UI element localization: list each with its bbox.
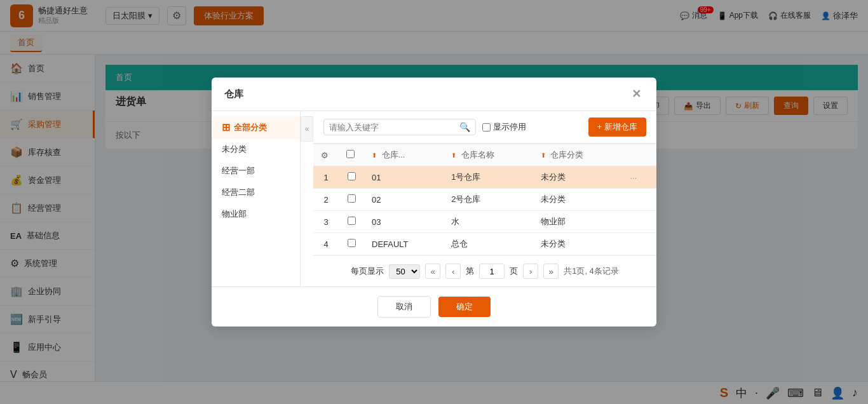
cancel-button[interactable]: 取消 — [377, 296, 431, 318]
row-num: 4 — [313, 233, 339, 255]
show-disabled-label: 显示停用 — [493, 121, 526, 133]
prev-page-button[interactable]: ‹ — [445, 264, 461, 279]
row-action — [622, 189, 656, 211]
row-num: 1 — [313, 166, 339, 189]
row-checkbox-cell — [339, 211, 364, 233]
table-toolbar: 🔍 显示停用 + 新增仓库 — [313, 111, 656, 144]
col-header-actions — [622, 144, 656, 166]
modal-footer: 取消 确定 — [212, 286, 656, 327]
new-warehouse-button[interactable]: + 新增仓库 — [588, 118, 646, 137]
col-header-name: ⬆ 仓库名称 — [444, 144, 533, 166]
category-collapse-button[interactable]: « — [301, 116, 313, 142]
table-area: 🔍 显示停用 + 新增仓库 ⚙ — [313, 111, 656, 286]
page-size-select[interactable]: 50 — [389, 264, 420, 279]
row-num: 2 — [313, 189, 339, 211]
col-header-checkbox — [339, 144, 364, 166]
show-disabled-checkbox[interactable] — [482, 123, 491, 131]
row-action — [622, 211, 656, 233]
table-row[interactable]: 1 01 1号仓库 未分类 ··· — [313, 166, 656, 189]
page-info: 共1页, 4条记录 — [564, 266, 619, 277]
row-checkbox-cell — [339, 189, 364, 211]
row-checkbox[interactable] — [348, 172, 356, 180]
table-row[interactable]: 4 DEFAULT 总仓 未分类 — [313, 233, 656, 255]
row-checkbox[interactable] — [348, 217, 356, 225]
row-code: 01 — [364, 166, 444, 189]
warehouse-table: ⚙ ⬆ 仓库... ⬆ 仓库名称 — [313, 144, 656, 255]
category-all[interactable]: ⊞ 全部分类 — [212, 116, 300, 138]
pagination: 每页显示 50 « ‹ 第 页 › » 共1页, 4条记录 — [313, 255, 656, 286]
row-category: 未分类 — [533, 233, 623, 255]
warehouse-modal: 仓库 ✕ ⊞ 全部分类 未分类 经营一部 经营二部 — [212, 77, 656, 327]
modal-close-button[interactable]: ✕ — [628, 86, 644, 102]
row-code: 03 — [364, 211, 444, 233]
row-action — [622, 233, 656, 255]
table-row[interactable]: 2 02 2号仓库 未分类 — [313, 189, 656, 211]
search-input[interactable] — [329, 123, 459, 132]
col-header-category: ⬆ 仓库分类 — [533, 144, 623, 166]
col-header-code: ⬆ 仓库... — [364, 144, 444, 166]
table-row[interactable]: 3 03 水 物业部 — [313, 211, 656, 233]
row-name: 2号仓库 — [444, 189, 533, 211]
category-operation2[interactable]: 经营二部 — [212, 182, 300, 203]
row-checkbox-cell — [339, 233, 364, 255]
modal-body: ⊞ 全部分类 未分类 经营一部 经营二部 物业部 « — [212, 111, 656, 286]
row-name: 总仓 — [444, 233, 533, 255]
category-unclassified[interactable]: 未分类 — [212, 138, 300, 160]
row-category: 物业部 — [533, 211, 623, 233]
category-sidebar: ⊞ 全部分类 未分类 经营一部 经营二部 物业部 — [212, 111, 301, 286]
sort-icon: ⬆ — [372, 152, 377, 159]
table-scroll-area: ⚙ ⬆ 仓库... ⬆ 仓库名称 — [313, 144, 656, 255]
grid-icon: ⊞ — [222, 121, 230, 133]
confirm-button[interactable]: 确定 — [438, 297, 491, 317]
next-page-button[interactable]: › — [523, 264, 538, 279]
col-header-settings: ⚙ — [313, 144, 339, 166]
modal-header: 仓库 ✕ — [212, 77, 656, 111]
search-icon[interactable]: 🔍 — [459, 122, 470, 132]
first-page-button[interactable]: « — [425, 264, 440, 279]
modal-title: 仓库 — [224, 88, 243, 100]
row-code: DEFAULT — [364, 233, 444, 255]
category-property[interactable]: 物业部 — [212, 203, 300, 225]
page-number-input[interactable] — [479, 264, 505, 279]
row-category: 未分类 — [533, 166, 623, 189]
row-category: 未分类 — [533, 189, 623, 211]
row-action: ··· — [622, 166, 656, 189]
row-checkbox[interactable] — [348, 194, 356, 203]
search-input-wrap: 🔍 — [323, 119, 476, 135]
sort-icon-cat: ⬆ — [541, 152, 546, 159]
action-dots[interactable]: ··· — [630, 173, 637, 182]
select-all-checkbox[interactable] — [346, 150, 355, 158]
row-checkbox[interactable] — [348, 239, 356, 247]
row-num: 3 — [313, 211, 339, 233]
category-operation1[interactable]: 经营一部 — [212, 160, 300, 182]
row-checkbox-cell — [339, 166, 364, 189]
row-name: 水 — [444, 211, 533, 233]
last-page-button[interactable]: » — [543, 264, 559, 279]
show-disabled-wrap: 显示停用 — [482, 121, 526, 133]
sort-icon-name: ⬆ — [451, 152, 456, 159]
modal-overlay: 仓库 ✕ ⊞ 全部分类 未分类 经营一部 经营二部 — [0, 0, 868, 404]
row-name: 1号仓库 — [444, 166, 533, 189]
row-code: 02 — [364, 189, 444, 211]
